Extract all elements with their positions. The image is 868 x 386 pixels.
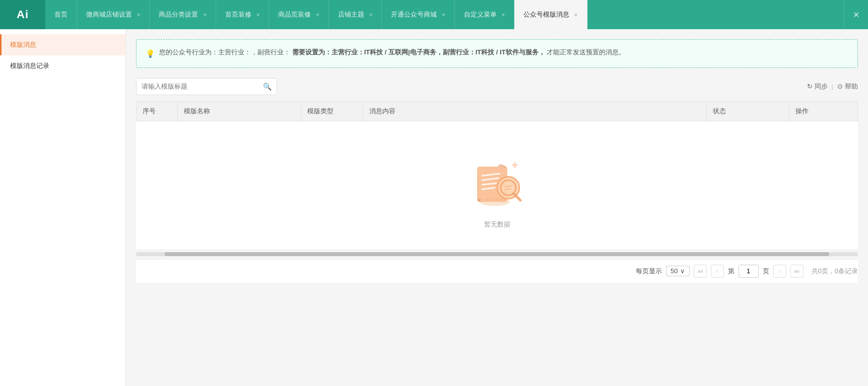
total-info: 共0页，0条记录 (812, 267, 858, 276)
page-size-chevron-icon: ∨ (680, 267, 685, 275)
notice-text-after: 才能正常发送预置的消息。 (547, 48, 625, 56)
first-page-button[interactable]: ⏮ (694, 265, 707, 278)
help-button[interactable]: ⊙ 帮助 (837, 82, 858, 91)
page-size-value: 50 (671, 267, 678, 275)
help-label: 帮助 (845, 82, 858, 91)
sync-button[interactable]: ↻ 同步 (807, 82, 828, 91)
empty-icon (467, 151, 527, 212)
tab-label-product-category: 商品分类设置 (159, 10, 198, 19)
page-label: 第 (728, 267, 735, 276)
empty-text: 暂无数据 (137, 220, 858, 229)
nav-tabs: 首页微商城店铺设置×商品分类设置×首页装修×商品页装修×店铺主题×开通公众号商城… (45, 0, 844, 29)
search-input[interactable] (142, 83, 263, 90)
content-area: 💡 您的公众号行业为：主营行业：，副营行业： 需要设置为：主营行业：IT科技 /… (126, 29, 868, 386)
table-wrapper: 序号模版名称模版类型消息内容状态操作 (136, 101, 858, 249)
logo-text: Ai (17, 8, 29, 21)
col-header-name: 模版名称 (177, 101, 301, 121)
nav-tab-template-msg[interactable]: 公众号模版消息× (514, 0, 587, 29)
nav-tab-open-mall[interactable]: 开通公众号商城× (382, 0, 454, 29)
nav-tab-home-decor[interactable]: 首页装修× (216, 0, 269, 29)
tab-close-template-msg[interactable]: × (574, 12, 577, 18)
divider: | (832, 83, 833, 90)
page-size-label: 每页显示 (636, 267, 662, 276)
pagination: 每页显示 50 ∨ ⏮ ‹ 第 页 › ⏭ 共0页，0条记录 (136, 259, 858, 283)
col-header-action: 操作 (789, 101, 857, 121)
tab-close-product-category[interactable]: × (203, 12, 206, 18)
next-page-button[interactable]: › (773, 265, 786, 278)
last-page-button[interactable]: ⏭ (790, 265, 804, 278)
tab-label-home: 首页 (54, 10, 68, 19)
tab-label-product-decor: 商品页装修 (278, 10, 311, 19)
sidebar: 模版消息模版消息记录 (0, 29, 126, 386)
empty-state: 暂无数据 (137, 121, 858, 249)
tab-label-shop-theme: 店铺主题 (338, 10, 364, 19)
table-header: 序号模版名称模版类型消息内容状态操作 (137, 101, 858, 121)
notice-box: 💡 您的公众号行业为：主营行业：，副营行业： 需要设置为：主营行业：IT科技 /… (136, 39, 858, 68)
page-size-selector[interactable]: 50 ∨ (666, 266, 689, 276)
nav-tab-shop-theme[interactable]: 店铺主题× (329, 0, 382, 29)
prev-page-button[interactable]: ‹ (711, 265, 724, 278)
tab-close-open-mall[interactable]: × (442, 12, 445, 18)
search-input-wrap[interactable]: 🔍 (136, 78, 277, 95)
tab-close-custom-menu[interactable]: × (502, 12, 505, 18)
scroll-thumb[interactable] (165, 252, 829, 256)
sidebar-item-template-msg-record[interactable]: 模版消息记录 (0, 55, 125, 76)
logo: Ai (0, 0, 45, 29)
nav-tab-product-decor[interactable]: 商品页装修× (269, 0, 328, 29)
main-layout: 模版消息模版消息记录 💡 您的公众号行业为：主营行业：，副营行业： 需要设置为：… (0, 29, 868, 386)
notice-text-before: 您的公众号行业为：主营行业：，副营行业： (159, 48, 290, 56)
nav-tab-custom-menu[interactable]: 自定义菜单× (455, 0, 514, 29)
tab-close-wechat-shop[interactable]: × (137, 12, 140, 18)
search-icon[interactable]: 🔍 (263, 83, 272, 91)
col-header-index: 序号 (137, 101, 178, 121)
tab-label-template-msg: 公众号模版消息 (523, 10, 569, 19)
tab-label-wechat-shop: 微商城店铺设置 (86, 10, 132, 19)
page-suffix: 页 (763, 267, 769, 276)
notice-icon: 💡 (146, 47, 155, 60)
tab-label-open-mall: 开通公众号商城 (391, 10, 437, 19)
help-icon: ⊙ (837, 83, 843, 90)
sync-icon: ↻ (807, 83, 813, 90)
table-body: 暂无数据 (137, 121, 858, 249)
tab-label-custom-menu: 自定义菜单 (464, 10, 497, 19)
col-header-type: 模版类型 (301, 101, 363, 121)
tab-label-home-decor: 首页装修 (225, 10, 251, 19)
sidebar-item-template-msg[interactable]: 模版消息 (0, 34, 125, 55)
tab-close-home-decor[interactable]: × (256, 12, 259, 18)
empty-row: 暂无数据 (137, 121, 858, 249)
nav-tab-wechat-shop[interactable]: 微商城店铺设置× (77, 0, 150, 29)
sync-label: 同步 (815, 82, 828, 91)
tab-close-shop-theme[interactable]: × (369, 12, 372, 18)
page-input[interactable] (739, 265, 759, 278)
col-header-content: 消息内容 (363, 101, 707, 121)
data-table: 序号模版名称模版类型消息内容状态操作 (136, 101, 858, 249)
close-all-button[interactable]: ✕ (844, 0, 868, 29)
col-header-status: 状态 (706, 101, 789, 121)
search-bar: 🔍 ↻ 同步 | ⊙ 帮助 (136, 78, 858, 95)
table-header-row: 序号模版名称模版类型消息内容状态操作 (137, 101, 858, 121)
tab-close-product-decor[interactable]: × (316, 12, 319, 18)
notice-text-highlight: 需要设置为：主营行业：IT科技 / 互联网|电子商务，副营行业：IT科技 / I… (292, 48, 545, 56)
search-actions: ↻ 同步 | ⊙ 帮助 (807, 82, 858, 91)
nav-tab-home[interactable]: 首页 (45, 0, 77, 29)
notice-text: 您的公众号行业为：主营行业：，副营行业： 需要设置为：主营行业：IT科技 / 互… (159, 47, 625, 58)
top-nav: Ai 首页微商城店铺设置×商品分类设置×首页装修×商品页装修×店铺主题×开通公众… (0, 0, 868, 29)
nav-tab-product-category[interactable]: 商品分类设置× (150, 0, 216, 29)
horizontal-scrollbar[interactable] (136, 252, 858, 256)
